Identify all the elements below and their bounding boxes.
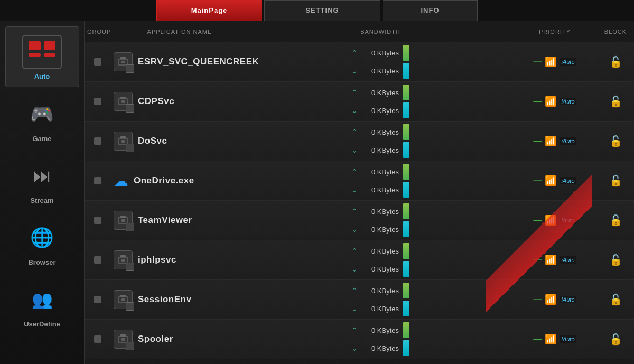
bw-down-value: 0 KBytes bbox=[362, 146, 399, 154]
sidebar-userdefine-label: UserDefine bbox=[24, 320, 60, 328]
row-bandwidth: ⌃ 0 KBytes ⌄ 0 KBytes bbox=[248, 243, 512, 277]
bw-up-arrow[interactable]: ⌃ bbox=[351, 167, 358, 176]
bw-down-arrow[interactable]: ⌄ bbox=[351, 225, 358, 234]
row-block: 🔓 bbox=[597, 214, 634, 227]
lock-icon[interactable]: 🔓 bbox=[609, 135, 622, 147]
bw-down-arrow[interactable]: ⌄ bbox=[351, 106, 358, 115]
row-group bbox=[85, 296, 111, 303]
bw-down-arrow[interactable]: ⌄ bbox=[351, 265, 358, 273]
sidebar-item-userdefine[interactable]: 👥 UserDefine bbox=[5, 275, 79, 334]
svg-rect-2 bbox=[120, 57, 126, 59]
bw-bar-teal bbox=[403, 261, 409, 277]
wifi-icon: 📶 bbox=[545, 135, 556, 147]
sidebar-browser-label: Browser bbox=[28, 258, 55, 266]
wifi-icon: 📶 bbox=[545, 254, 556, 266]
lock-icon[interactable]: 🔓 bbox=[609, 214, 622, 227]
bw-bar-teal bbox=[403, 63, 409, 79]
game-icon-box: 🎮 bbox=[21, 96, 63, 133]
lock-icon[interactable]: 🔓 bbox=[609, 293, 622, 306]
svg-rect-26 bbox=[120, 334, 126, 337]
row-bandwidth: ⌃ 0 KBytes ⌄ 0 KBytes bbox=[248, 45, 512, 79]
row-bandwidth: ⌃ 0 KBytes ⌄ 0 KBytes bbox=[248, 85, 512, 118]
row-priority: — 📶 iAuto bbox=[512, 214, 597, 226]
bw-up-arrow[interactable]: ⌃ bbox=[351, 247, 358, 255]
sidebar-item-auto[interactable]: Auto bbox=[5, 26, 79, 87]
tab-setting[interactable]: SETTING bbox=[264, 0, 380, 21]
group-dot bbox=[94, 335, 101, 343]
bw-bar-green bbox=[403, 322, 409, 338]
priority-auto-label: iAuto bbox=[560, 217, 576, 224]
svg-rect-3 bbox=[121, 61, 125, 63]
svg-rect-14 bbox=[120, 216, 126, 218]
bw-up-value: 0 KBytes bbox=[362, 49, 399, 57]
bw-bar-green bbox=[403, 164, 409, 180]
bw-down-row: ⌄ 0 KBytes bbox=[248, 340, 512, 356]
sidebar-item-game[interactable]: 🎮 Game bbox=[5, 89, 79, 149]
lock-icon[interactable]: 🔓 bbox=[609, 333, 622, 346]
wifi-icon: 📶 bbox=[545, 175, 556, 186]
row-icon-name: ☁ OneDrive.exe bbox=[111, 172, 248, 190]
sidebar-item-browser[interactable]: 🌐 Browser bbox=[5, 213, 79, 273]
table-body[interactable]: ESRV_SVC_QUEENCREEK ⌃ 0 KBytes ⌄ 0 KByte… bbox=[85, 42, 634, 364]
tab-mainpage[interactable]: MainPage bbox=[156, 0, 262, 21]
row-priority: — 📶 iAuto bbox=[512, 56, 597, 68]
group-dot bbox=[94, 98, 101, 105]
sidebar-stream-label: Stream bbox=[30, 197, 53, 204]
row-icon-name: ESRV_SVC_QUEENCREEK bbox=[111, 52, 248, 71]
lock-icon[interactable]: 🔓 bbox=[609, 95, 622, 108]
bw-down-arrow[interactable]: ⌄ bbox=[351, 304, 358, 313]
tab-info[interactable]: INFO bbox=[383, 0, 478, 21]
auto-icon-box bbox=[21, 33, 63, 70]
sidebar-item-stream[interactable]: ⏭ Stream bbox=[5, 151, 79, 211]
bw-down-row: ⌄ 0 KBytes bbox=[248, 301, 512, 316]
priority-auto-label: iAuto bbox=[560, 296, 576, 303]
svg-rect-15 bbox=[121, 219, 125, 222]
header-priority: PRIORITY bbox=[512, 29, 597, 35]
lock-icon[interactable]: 🔓 bbox=[609, 174, 622, 187]
bw-up-arrow[interactable]: ⌃ bbox=[351, 207, 358, 216]
wifi-icon: 📶 bbox=[545, 96, 556, 107]
lock-icon[interactable]: 🔓 bbox=[609, 254, 622, 266]
priority-dash: — bbox=[533, 255, 542, 265]
app-name: CDPSvc bbox=[138, 96, 174, 107]
bw-up-value: 0 KBytes bbox=[362, 326, 399, 334]
bw-bar-teal bbox=[403, 340, 409, 356]
bw-bar-green bbox=[403, 124, 409, 140]
table-row: iphlpsvc ⌃ 0 KBytes ⌄ 0 KBytes — 📶 iAuto… bbox=[85, 240, 634, 280]
bw-down-arrow[interactable]: ⌄ bbox=[351, 67, 358, 75]
bw-bar-teal bbox=[403, 301, 409, 316]
row-icon-name: CDPSvc bbox=[111, 92, 248, 111]
svg-rect-23 bbox=[121, 298, 125, 301]
bw-up-arrow[interactable]: ⌃ bbox=[351, 128, 358, 136]
app-icon-generic bbox=[114, 330, 133, 349]
header-group: GROUP bbox=[85, 29, 111, 35]
bw-down-value: 0 KBytes bbox=[362, 305, 399, 313]
row-group bbox=[85, 335, 111, 343]
row-group bbox=[85, 137, 111, 145]
bw-up-arrow[interactable]: ⌃ bbox=[351, 88, 358, 97]
row-icon-name: Spooler bbox=[111, 330, 248, 349]
bw-down-value: 0 KBytes bbox=[362, 265, 399, 273]
bw-bar-teal bbox=[403, 102, 409, 118]
table-row: ☁ OneDrive.exe ⌃ 0 KBytes ⌄ 0 KBytes — 📶… bbox=[85, 161, 634, 201]
bw-up-row: ⌃ 0 KBytes bbox=[248, 203, 512, 219]
wifi-icon: 📶 bbox=[545, 56, 556, 68]
bw-down-arrow[interactable]: ⌄ bbox=[351, 344, 358, 352]
header-block: BLOCK bbox=[597, 29, 634, 35]
bw-up-arrow[interactable]: ⌃ bbox=[351, 326, 358, 334]
bw-down-row: ⌄ 0 KBytes bbox=[248, 142, 512, 158]
bw-down-arrow[interactable]: ⌄ bbox=[351, 185, 358, 194]
bw-up-arrow[interactable]: ⌃ bbox=[351, 286, 358, 295]
row-block: 🔓 bbox=[597, 95, 634, 108]
app-name: OneDrive.exe bbox=[134, 175, 194, 186]
bw-down-arrow[interactable]: ⌄ bbox=[351, 146, 358, 154]
lock-icon[interactable]: 🔓 bbox=[609, 55, 622, 68]
row-block: 🔓 bbox=[597, 135, 634, 147]
row-group bbox=[85, 98, 111, 105]
bw-up-value: 0 KBytes bbox=[362, 89, 399, 97]
bw-up-value: 0 KBytes bbox=[362, 247, 399, 255]
bw-up-arrow[interactable]: ⌃ bbox=[351, 49, 358, 57]
row-icon-name: DoSvc bbox=[111, 132, 248, 151]
group-dot bbox=[94, 256, 101, 264]
bw-bar-green bbox=[403, 85, 409, 100]
